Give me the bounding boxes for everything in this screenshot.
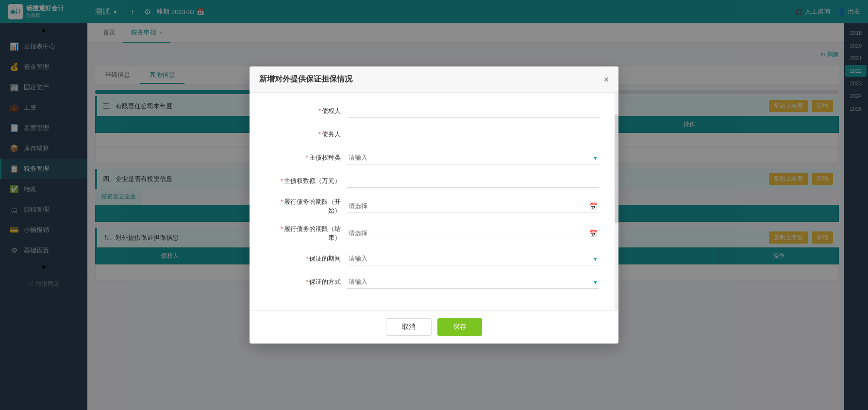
form-row-lvxingkaishi: *履行债务的期限（开始） 📅 xyxy=(269,197,599,215)
cancel-button[interactable]: 取消 xyxy=(386,318,432,336)
date-wrap-lvxingkaishi: 📅 xyxy=(347,199,599,213)
label-zhaiquanren: *债权人 xyxy=(269,107,347,115)
date-wrap-lvxingjieshi: 📅 xyxy=(347,227,599,240)
modal-footer: 取消 保存 xyxy=(250,310,618,344)
form-row-baozhendfangshi: *保证的方式 ▾ xyxy=(269,275,599,289)
input-zhuzhiquanshu[interactable] xyxy=(347,174,599,188)
input-baozhendfangshi[interactable] xyxy=(347,275,599,289)
label-zhuzhiquanzlei: *主债权种类 xyxy=(269,153,347,162)
dropdown-icon-zhuzhiquanzlei[interactable]: ▾ xyxy=(594,154,597,162)
modal-title: 新增对外提供保证担保情况 xyxy=(259,74,352,84)
modal-scrollbar-thumb xyxy=(615,115,618,223)
form-row-baozhengqijian: *保证的期间 ▾ xyxy=(269,252,599,265)
form-row-zhaiwuren: *债务人 xyxy=(269,128,599,141)
dropdown-icon-baozhengqijian[interactable]: ▾ xyxy=(594,255,597,262)
form-row-zhaiquanren: *债权人 xyxy=(269,104,599,118)
calendar-icon-lvxingkaishi[interactable]: 📅 xyxy=(589,202,597,210)
label-baozhengqijian: *保证的期间 xyxy=(269,254,347,263)
save-button[interactable]: 保存 xyxy=(437,318,482,336)
input-baozhengqijian[interactable] xyxy=(347,252,599,265)
form-row-zhuzhiquanshu: *主债权数额（万元） xyxy=(269,174,599,188)
modal-header: 新增对外提供保证担保情况 × xyxy=(250,66,618,93)
label-zhaiwuren: *债务人 xyxy=(269,130,347,139)
calendar-icon-lvxingjieshi[interactable]: 📅 xyxy=(589,230,597,237)
form-row-lvxingjieshi: *履行债务的期限（结束） 📅 xyxy=(269,225,599,242)
form-row-zhuzhiquanzlei: *主债权种类 ▾ xyxy=(269,151,599,164)
input-zhaiquanren[interactable] xyxy=(347,104,599,118)
select-wrap-baozhengqijian: ▾ xyxy=(347,252,599,265)
label-lvxingkaishi: *履行债务的期限（开始） xyxy=(269,197,347,215)
input-lvxingkaishi[interactable] xyxy=(347,199,599,213)
modal-scrollbar[interactable] xyxy=(615,93,618,310)
modal-overlay[interactable]: 新增对外提供保证担保情况 × *债权人 *债务人 *主债权种类 xyxy=(0,0,868,410)
input-zhaiwuren[interactable] xyxy=(347,128,599,141)
modal-close-button[interactable]: × xyxy=(603,75,609,84)
modal-body: *债权人 *债务人 *主债权种类 ▾ xyxy=(250,93,618,310)
label-lvxingjieshi: *履行债务的期限（结束） xyxy=(269,225,347,242)
dropdown-icon-baozhendfangshi[interactable]: ▾ xyxy=(594,279,597,286)
modal-dialog: 新增对外提供保证担保情况 × *债权人 *债务人 *主债权种类 xyxy=(250,66,618,344)
label-baozhendfangshi: *保证的方式 xyxy=(269,278,347,286)
input-zhuzhiquanzlei[interactable] xyxy=(347,151,599,164)
select-wrap-baozhendfangshi: ▾ xyxy=(347,275,599,289)
label-zhuzhiquanshu: *主债权数额（万元） xyxy=(269,177,347,185)
input-lvxingjieshi[interactable] xyxy=(347,227,599,240)
select-wrap-zhuzhiquanzlei: ▾ xyxy=(347,151,599,164)
